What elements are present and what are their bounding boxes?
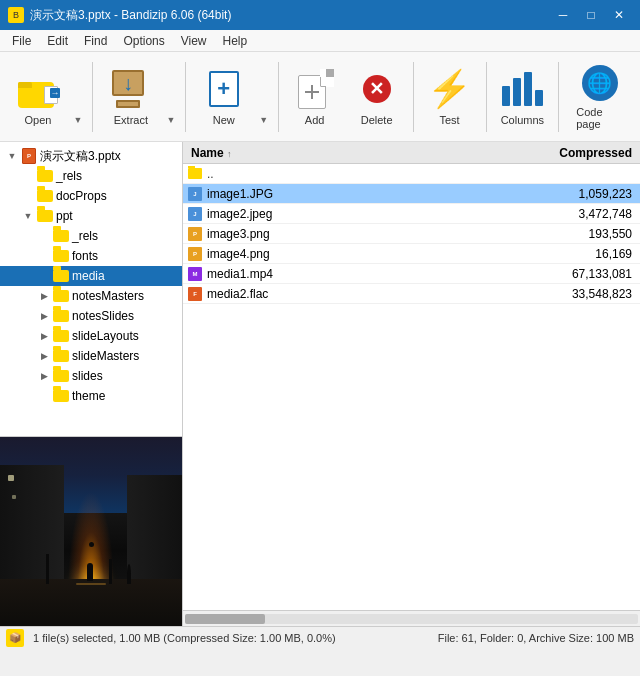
test-button[interactable]: ⚡ Test <box>420 57 480 137</box>
folder-icon-rels <box>36 168 54 184</box>
building-left <box>0 465 64 588</box>
expand-notesslides[interactable]: ▶ <box>36 308 52 324</box>
add-label: Add <box>305 114 325 126</box>
cell-name-image2: J image2.jpeg <box>183 206 530 222</box>
tree-item-notesslides[interactable]: ▶ notesSlides <box>0 306 182 326</box>
open-button[interactable]: → Open <box>6 57 70 137</box>
list-item-parent[interactable]: .. <box>183 164 640 184</box>
extract-dropdown[interactable]: ▼ <box>163 57 179 137</box>
menu-find[interactable]: Find <box>76 32 115 50</box>
statusbar: 📦 1 file(s) selected, 1.00 MB (Compresse… <box>0 626 640 648</box>
tree-item-ppt[interactable]: ▼ ppt <box>0 206 182 226</box>
tree-item-rels[interactable]: _rels <box>0 166 182 186</box>
divider-5 <box>486 62 487 132</box>
folder-icon-theme <box>52 388 70 404</box>
cell-size-image3: 193,550 <box>530 227 640 241</box>
scrollbar-thumb[interactable] <box>185 614 265 624</box>
expand-rels[interactable] <box>20 168 36 184</box>
col-name-header[interactable]: Name ↑ <box>183 144 530 162</box>
new-button[interactable]: + New <box>192 57 256 137</box>
list-item-image4[interactable]: P image4.png 16,169 <box>183 244 640 264</box>
cell-size-media1: 67,133,081 <box>530 267 640 281</box>
building-right <box>127 475 182 588</box>
menu-edit[interactable]: Edit <box>39 32 76 50</box>
tree-item-fonts[interactable]: fonts <box>0 246 182 266</box>
archive-icon: P <box>20 148 38 164</box>
list-item-image3[interactable]: P image3.png 193,550 <box>183 224 640 244</box>
left-panel: ▼ P 演示文稿3.pptx _rels docProps ▼ <box>0 142 183 626</box>
add-button[interactable]: Add <box>285 57 345 137</box>
test-label: Test <box>439 114 459 126</box>
tree-item-slides[interactable]: ▶ slides <box>0 366 182 386</box>
horizontal-scrollbar[interactable] <box>185 614 638 624</box>
cell-size-image1: 1,059,223 <box>530 187 640 201</box>
extract-label: Extract <box>114 114 148 126</box>
titlebar: B 演示文稿3.pptx - Bandizip 6.06 (64bit) ─ □… <box>0 0 640 30</box>
app-icon: B <box>8 7 24 23</box>
expand-docprops <box>20 188 36 204</box>
parent-dir-icon <box>187 166 203 182</box>
expand-slides[interactable]: ▶ <box>36 368 52 384</box>
new-dropdown[interactable]: ▼ <box>256 57 272 137</box>
main-content: ▼ P 演示文稿3.pptx _rels docProps ▼ <box>0 142 640 626</box>
expand-fonts <box>36 248 52 264</box>
cell-size-image4: 16,169 <box>530 247 640 261</box>
street-scene <box>0 437 182 626</box>
expand-slidelayouts[interactable]: ▶ <box>36 328 52 344</box>
list-item-media1[interactable]: M media1.mp4 67,133,081 <box>183 264 640 284</box>
tree-label-slidemasters: slideMasters <box>70 349 139 363</box>
tree-item-ppt-rels[interactable]: _rels <box>0 226 182 246</box>
menu-options[interactable]: Options <box>115 32 172 50</box>
list-item-image1[interactable]: J image1.JPG 1,059,223 <box>183 184 640 204</box>
divider-1 <box>92 62 93 132</box>
file-list-header: Name ↑ Compressed <box>183 142 640 164</box>
menu-view[interactable]: View <box>173 32 215 50</box>
open-label: Open <box>25 114 52 126</box>
folder-icon-notesslides <box>52 308 70 324</box>
delete-button[interactable]: ✕ Delete <box>347 57 407 137</box>
folder-icon-slides <box>52 368 70 384</box>
folder-icon-notesmasters <box>52 288 70 304</box>
tree-label-media: media <box>70 269 105 283</box>
tree-item-notesmasters[interactable]: ▶ notesMasters <box>0 286 182 306</box>
tree-item-slidemasters[interactable]: ▶ slideMasters <box>0 346 182 366</box>
expand-ppt[interactable]: ▼ <box>20 208 36 224</box>
jpg-icon-image1: J <box>187 186 203 202</box>
expand-ppt-rels <box>36 228 52 244</box>
expand-notesmasters[interactable]: ▶ <box>36 288 52 304</box>
expand-root[interactable]: ▼ <box>4 148 20 164</box>
tree-item-docprops[interactable]: docProps <box>0 186 182 206</box>
menu-help[interactable]: Help <box>215 32 256 50</box>
file-list: .. J image1.JPG 1,059,223 J <box>183 164 640 610</box>
list-item-media2[interactable]: F media2.flac 33,548,823 <box>183 284 640 304</box>
tree-item-media[interactable]: media <box>0 266 182 286</box>
titlebar-controls: ─ □ ✕ <box>550 5 632 25</box>
tree-item-root[interactable]: ▼ P 演示文稿3.pptx <box>0 146 182 166</box>
titlebar-left: B 演示文稿3.pptx - Bandizip 6.06 (64bit) <box>8 7 231 24</box>
open-dropdown[interactable]: ▼ <box>70 57 86 137</box>
tree-item-theme[interactable]: theme <box>0 386 182 406</box>
menubar: File Edit Find Options View Help <box>0 30 640 52</box>
scrollbar-area <box>183 610 640 626</box>
columns-button[interactable]: Columns <box>492 57 552 137</box>
preview-area <box>0 436 182 626</box>
col-compressed-header[interactable]: Compressed <box>530 144 640 162</box>
extract-button[interactable]: ↓ Extract <box>99 57 163 137</box>
menu-file[interactable]: File <box>4 32 39 50</box>
close-button[interactable]: ✕ <box>606 5 632 25</box>
cell-name-media1: M media1.mp4 <box>183 266 530 282</box>
cell-name-image4: P image4.png <box>183 246 530 262</box>
list-item-image2[interactable]: J image2.jpeg 3,472,748 <box>183 204 640 224</box>
minimize-button[interactable]: ─ <box>550 5 576 25</box>
filename-image4: image4.png <box>207 247 270 261</box>
codepage-button[interactable]: 🌐 Code page <box>565 57 634 137</box>
expand-slidemasters[interactable]: ▶ <box>36 348 52 364</box>
tree-view: ▼ P 演示文稿3.pptx _rels docProps ▼ <box>0 142 182 436</box>
codepage-label: Code page <box>576 106 623 130</box>
tree-label-fonts: fonts <box>70 249 98 263</box>
divider-2 <box>185 62 186 132</box>
maximize-button[interactable]: □ <box>578 5 604 25</box>
status-left: 📦 1 file(s) selected, 1.00 MB (Compresse… <box>6 629 438 647</box>
toolbar: → Open ▼ ↓ Extract ▼ <box>0 52 640 142</box>
tree-item-slidelayouts[interactable]: ▶ slideLayouts <box>0 326 182 346</box>
